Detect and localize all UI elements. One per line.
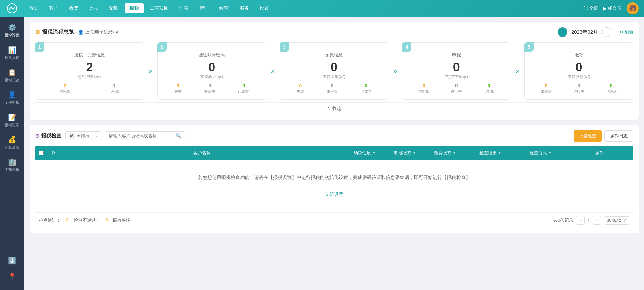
th-operation: 操作 — [566, 146, 633, 160]
batch-check-btn[interactable]: 批量检查 — [574, 130, 602, 142]
nav-fee[interactable]: 收费 — [64, 3, 83, 13]
sidebar-item-tax-record[interactable]: 📝 报税记录 — [0, 109, 24, 132]
step-2-stat-1[interactable]: 0 验证中 — [204, 83, 215, 94]
fullscreen-btn[interactable]: ⛶ 全屏 — [584, 5, 598, 11]
step-2: 2 验证账号密码 0 支持验证(家) 0 失败 0 验证中 — [157, 42, 266, 100]
location-badge[interactable]: 👤 上海(电子税局) ∨ — [78, 29, 119, 35]
step-4: 4 申报 0 支持申报(家) 0 未申报 0 进行中 — [402, 42, 511, 100]
step-2-title: 验证账号密码 — [163, 48, 261, 58]
sidebar-label-personal-tax: 个税申报 — [5, 100, 19, 105]
sidebar-item-settlement[interactable]: 💰 汇算清缴 — [0, 132, 24, 154]
header-actions: 批量检查 操作日志 — [574, 130, 633, 142]
th-checkbox[interactable] — [35, 146, 47, 160]
step-number-2: 2 — [157, 42, 167, 52]
arrow-4: » — [511, 42, 524, 100]
step-2-stat-0[interactable]: 0 失败 — [174, 83, 182, 94]
nav-operation[interactable]: 经营 — [215, 3, 233, 13]
sidebar-item-location[interactable]: 📍 — [7, 269, 18, 285]
step-2-stat-1-num: 0 — [209, 83, 211, 88]
search-input[interactable] — [105, 132, 172, 140]
setup-link[interactable]: 立即设置 — [325, 192, 343, 197]
sidebar-item-tax-settings[interactable]: ⚙️ 报税设置 — [0, 19, 24, 42]
employee-filter[interactable]: 员 全部员工 ∨ — [65, 131, 101, 140]
sidebar-item-annual-report[interactable]: 🏢 工商年报 — [0, 154, 24, 176]
filter-chevron-icon: ∨ — [95, 134, 98, 138]
sort-icon-4[interactable]: ▼ — [498, 151, 501, 155]
collapse-bar[interactable]: ∧ 收起 — [35, 102, 633, 114]
nav-service[interactable]: 服务 — [235, 3, 254, 13]
step-5-subtitle: 支持缴款(家) — [530, 74, 628, 80]
step-1-stat-1[interactable]: 0 已完善 — [108, 83, 119, 94]
nav-tax[interactable]: 报税 — [125, 3, 144, 13]
step-5-stat-1[interactable]: 0 进行中 — [573, 83, 584, 94]
sidebar-item-personal-tax[interactable]: 👤 个税申报 — [0, 87, 24, 109]
step-5-stat-2[interactable]: 0 已缴款 — [606, 83, 617, 94]
sidebar-item-batch-tax[interactable]: 📊 批量报税 — [0, 42, 24, 64]
sort-icon-5[interactable]: ▼ — [548, 151, 552, 155]
download-icon: ⬇️ — [8, 257, 16, 265]
nav-message[interactable]: 消息 — [174, 3, 193, 13]
next-month-btn[interactable]: › — [602, 27, 611, 37]
tax-overview-icon: 📋 — [8, 68, 16, 76]
step-1-stat-0[interactable]: 2 未完善 — [59, 83, 70, 94]
sidebar-label-batch-tax: 批量报税 — [5, 55, 19, 60]
sidebar-item-tax-overview[interactable]: 📋 报税总览 — [0, 64, 24, 87]
step-3: 3 采集信息 0 支持采集(家) 0 失败 0 未采集 — [280, 42, 389, 100]
sidebar-item-download[interactable]: ⬇️ — [7, 252, 18, 269]
step-4-stat-1[interactable]: 0 进行中 — [451, 83, 462, 94]
step-3-stat-2[interactable]: 0 已成功 — [361, 83, 372, 94]
step-2-stat-2[interactable]: 0 已成功 — [238, 83, 249, 94]
step-2-stats: 0 失败 0 验证中 0 已成功 — [163, 83, 261, 94]
th-settings[interactable]: ⚙ — [47, 146, 59, 160]
search-button[interactable]: 🔍 — [172, 132, 185, 140]
prev-page-btn[interactable]: ‹ — [576, 216, 585, 225]
pass-label: 检查通过： — [39, 217, 61, 223]
prev-month-btn[interactable]: ‹ — [558, 27, 567, 37]
nav-customer[interactable]: 客户 — [44, 3, 63, 13]
nav-settings[interactable]: 设置 — [255, 3, 274, 13]
th-declare-status: 申报状态 ▼ — [385, 146, 425, 160]
membership-btn[interactable]: ▶ 畅会员 — [603, 5, 621, 11]
step-4-stat-0[interactable]: 0 未申报 — [418, 83, 429, 94]
step-4-stat-2[interactable]: 0 已申报 — [483, 83, 494, 94]
overview-header: ⊕ 报税流程总览 👤 上海(电子税局) ∨ ‹ 2023年02月 › ↺ 刷新 — [35, 27, 633, 37]
sort-icon-1[interactable]: ▼ — [372, 151, 376, 155]
tax-check-table: ⚙ 客户名称 纳税性质 ▼ 申报状态 ▼ 缴费状态 ▼ — [35, 146, 633, 213]
nav-manage[interactable]: 管理 — [195, 3, 213, 13]
next-page-btn[interactable]: › — [593, 216, 601, 225]
month-navigator: ‹ 2023年02月 › — [558, 27, 611, 37]
step-3-stat-1[interactable]: 0 未采集 — [327, 83, 338, 94]
user-avatar[interactable]: 🐻 — [627, 2, 639, 14]
pass-value[interactable]: 0 — [66, 217, 68, 223]
sort-icon-2[interactable]: ▼ — [413, 151, 416, 155]
step-1: 1 授权、完善信息 2 总客户数(家) 2 未完善 0 已完善 — [35, 42, 144, 100]
step-1-stat-0-label: 未完善 — [59, 89, 70, 94]
content-area: ⊕ 报税流程总览 👤 上海(电子税局) ∨ ‹ 2023年02月 › ↺ 刷新 — [24, 17, 644, 290]
step-2-stat-1-label: 验证中 — [204, 89, 215, 94]
refresh-btn[interactable]: ↺ 刷新 — [620, 29, 633, 35]
select-all-checkbox[interactable] — [39, 151, 44, 155]
per-page-select[interactable]: 30 条/页 ∨ — [604, 216, 629, 225]
th-tax-nature: 纳税性质 ▼ — [344, 146, 385, 160]
step-2-stat-2-label: 已成功 — [238, 89, 249, 94]
footer-stats: 检查通过： 0 检查不通过： 0 囧有备注 — [39, 217, 130, 223]
sidebar-label-tax-record: 报税记录 — [5, 123, 19, 128]
step-3-stat-0[interactable]: 0 失败 — [297, 83, 304, 94]
operation-log-btn[interactable]: 操作日志 — [604, 130, 633, 142]
nav-accounting[interactable]: 记账 — [105, 3, 123, 13]
nav-invoice[interactable]: 票据 — [85, 3, 103, 13]
step-5-stat-0[interactable]: 0 未缴款 — [541, 83, 552, 94]
top-navigation: 首页 客户 收费 票据 记账 报税 工商项目 消息 管理 经营 服务 设置 ⛶ … — [0, 0, 644, 17]
nav-business[interactable]: 工商项目 — [145, 3, 173, 13]
refresh-icon: ↺ — [620, 30, 623, 35]
overview-title: ⊕ 报税流程总览 — [35, 28, 74, 36]
step-2-stat-0-num: 0 — [177, 83, 179, 88]
sort-icon-3[interactable]: ▼ — [453, 151, 456, 155]
settlement-icon: 💰 — [8, 136, 16, 144]
filter-tag: 员 — [68, 133, 75, 139]
step-5-count: 0 — [530, 61, 628, 74]
step-3-subtitle: 支持采集(家) — [285, 74, 383, 80]
nav-home[interactable]: 首页 — [24, 3, 43, 13]
fail-value[interactable]: 0 — [105, 217, 108, 223]
step-number-5: 5 — [524, 42, 534, 52]
